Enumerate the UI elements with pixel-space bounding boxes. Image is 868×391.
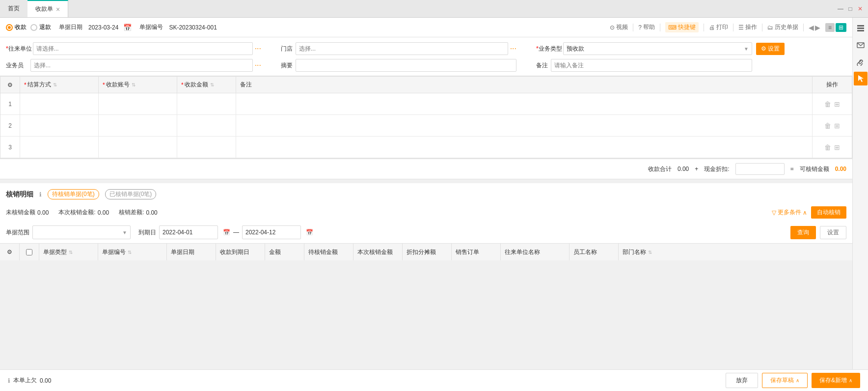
abandon-button[interactable]: 放弃 [726, 373, 758, 388]
date-from-input[interactable] [159, 225, 218, 239]
td-account-input-2[interactable] [103, 119, 173, 132]
shortcut-btn[interactable]: ⌨快捷键 [665, 22, 699, 32]
copy-row-1-icon[interactable]: ⊞ [834, 100, 840, 108]
footer-ben-label: 本单上欠 [13, 376, 37, 385]
print-btn[interactable]: 🖨打印 [709, 23, 728, 31]
note-field: 备注 [536, 59, 752, 72]
td-settle-input-1[interactable] [24, 98, 94, 111]
nav-prev-icon[interactable]: ◀ [809, 24, 814, 31]
td-settle-1[interactable] [20, 93, 99, 114]
biz-select[interactable]: 预收款 ▼ [563, 42, 752, 55]
list-view-btn[interactable]: ≡ [825, 23, 835, 32]
done-tag[interactable]: 已核销单据(0笔) [105, 189, 157, 199]
close-button[interactable]: ✕ [856, 5, 864, 13]
copy-row-3-icon[interactable]: ⊞ [834, 143, 840, 151]
calendar-icon[interactable]: 📅 [123, 24, 132, 31]
td-amount-1[interactable] [177, 93, 236, 114]
td-account-input-1[interactable] [103, 98, 173, 111]
save-new-button[interactable]: 保存&新增 ∧ [812, 373, 860, 388]
delete-row-2-icon[interactable]: 🗑 [824, 122, 831, 130]
delete-row-3-icon[interactable]: 🗑 [824, 143, 831, 151]
td-account-2[interactable] [99, 115, 177, 136]
td-settle-2[interactable] [20, 115, 99, 136]
bth-thisverify: 本次核销金额 [353, 244, 403, 260]
td-remark-input-2[interactable] [240, 119, 808, 132]
tab-home[interactable]: 首页 [0, 0, 27, 17]
bth-gear[interactable]: ⚙ [0, 244, 20, 260]
summary-input[interactable] [296, 59, 516, 72]
filter-icon: ▽ [772, 209, 776, 216]
note-input[interactable] [551, 59, 752, 72]
from-more-icon[interactable]: ··· [255, 44, 261, 53]
more-conditions-btn[interactable]: ▽ 更多条件 ∧ [772, 208, 807, 217]
calendar-from-icon[interactable]: 📅 [223, 229, 230, 236]
date-to-input[interactable] [242, 225, 301, 239]
sidebar-table-icon[interactable] [854, 22, 868, 35]
tab-active[interactable]: 收款单 × [27, 0, 68, 17]
settings-button[interactable]: ⚙ 设置 [756, 43, 785, 55]
td-remark-1[interactable] [236, 93, 813, 114]
td-amount-input-2[interactable] [181, 119, 232, 132]
grid-view-btn[interactable]: ⊞ [836, 23, 846, 32]
verify-info-icon[interactable]: ℹ [39, 191, 42, 198]
tab-close-icon[interactable]: × [56, 5, 60, 13]
store-input[interactable] [296, 42, 508, 55]
td-amount-input-3[interactable] [181, 141, 232, 154]
td-remark-input-1[interactable] [240, 98, 808, 111]
footer-info-icon[interactable]: ℹ [8, 377, 10, 384]
sort-type-icon[interactable]: ⇅ [69, 250, 73, 255]
operate-btn[interactable]: ☰操作 [738, 23, 757, 31]
calendar-to-icon[interactable]: 📅 [306, 229, 313, 236]
discount-input[interactable] [735, 163, 785, 175]
td-amount-3[interactable] [177, 137, 236, 158]
num-field: 单据编号 SK-20230324-001 [139, 23, 217, 31]
sort-num-icon[interactable]: ⇅ [128, 250, 132, 255]
nav-next-icon[interactable]: ▶ [815, 24, 820, 31]
sidebar-cursor-icon[interactable] [854, 72, 868, 85]
sort-settle-icon[interactable]: ⇅ [53, 82, 57, 87]
stat-diff: 核销差额: 0.00 [119, 208, 158, 217]
filter-setting-button[interactable]: 设置 [820, 226, 846, 239]
td-remark-2[interactable] [236, 115, 813, 136]
pending-tag[interactable]: 待核销单据(0笔) [48, 189, 99, 199]
th-gear[interactable]: ⚙ [0, 77, 20, 93]
from-input[interactable] [33, 42, 253, 55]
store-more-icon[interactable]: ··· [510, 44, 516, 53]
sidebar-email-icon[interactable] [854, 38, 868, 52]
copy-row-2-icon[interactable]: ⊞ [834, 122, 840, 130]
sidebar-clip-icon[interactable] [854, 55, 868, 69]
auto-verify-button[interactable]: 自动核销 [811, 206, 846, 219]
td-account-1[interactable] [99, 93, 177, 114]
td-remark-3[interactable] [236, 137, 813, 158]
td-settle-input-2[interactable] [24, 119, 94, 132]
history-btn[interactable]: 🗂历史单据 [767, 23, 798, 31]
help-btn[interactable]: ?帮助 [638, 23, 655, 31]
sort-account-icon[interactable]: ⇅ [132, 82, 136, 87]
select-all-checkbox[interactable] [26, 249, 32, 255]
td-account-input-3[interactable] [103, 141, 173, 154]
range-select[interactable]: ▼ [32, 225, 131, 239]
radio-shouquan[interactable]: 收款 [6, 23, 27, 31]
bth-from: 往来单位名称 [501, 244, 570, 260]
td-amount-input-1[interactable] [181, 98, 232, 111]
staff-input[interactable] [30, 59, 253, 72]
radio-tuikuan[interactable]: 退款 [30, 23, 51, 31]
td-amount-2[interactable] [177, 115, 236, 136]
td-account-3[interactable] [99, 137, 177, 158]
stats-row: 未核销金额 0.00 本次核销金额: 0.00 核销差额: 0.00 ▽ 更多条… [0, 203, 852, 222]
query-button[interactable]: 查询 [790, 226, 816, 239]
sort-amount-icon[interactable]: ⇅ [210, 82, 214, 87]
minimize-button[interactable]: — [837, 5, 844, 13]
td-settle-input-3[interactable] [24, 141, 94, 154]
filter-row: 单据范围 ▼ 到期日 📅 — 📅 查询 设置 [0, 222, 852, 244]
delete-row-1-icon[interactable]: 🗑 [824, 100, 831, 108]
bth-check[interactable] [20, 244, 39, 260]
radio-tuikuan-label: 退款 [39, 23, 51, 31]
staff-more-icon[interactable]: ··· [255, 61, 261, 70]
maximize-button[interactable]: □ [846, 5, 854, 13]
td-settle-3[interactable] [20, 137, 99, 158]
save-draft-button[interactable]: 保存草稿 ∧ [762, 373, 808, 388]
sort-dept-icon[interactable]: ⇅ [648, 250, 652, 255]
video-btn[interactable]: ⊙视频 [610, 23, 628, 31]
td-remark-input-3[interactable] [240, 141, 808, 154]
